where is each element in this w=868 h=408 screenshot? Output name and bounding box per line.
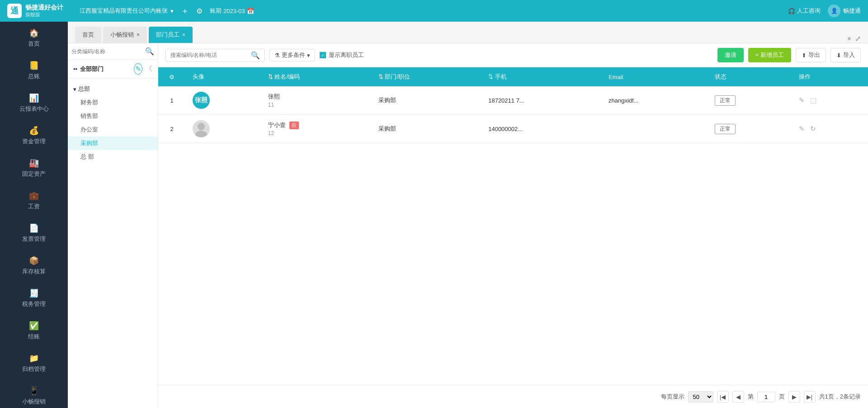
user-info[interactable]: 👤 畅捷通 bbox=[828, 5, 861, 17]
row2-dept: 采购部 bbox=[371, 115, 481, 143]
pagination-bar: 每页显示 50 100 200 |◀ ◀ 第 页 ▶ ▶| 共1页，2条记录 bbox=[158, 385, 868, 408]
tab-expense[interactable]: 小畅报销 × bbox=[103, 27, 147, 43]
sidebar-item-home[interactable]: 🏠 首页 bbox=[0, 22, 68, 54]
sidebar-item-funds[interactable]: 💰 资金管理 bbox=[0, 119, 68, 152]
col-name-code[interactable]: ⇅ 姓名/编码 bbox=[261, 67, 371, 86]
export-button[interactable]: ⬆ 导出 bbox=[796, 48, 826, 62]
salary-icon: 💼 bbox=[29, 191, 39, 201]
add-button[interactable]: ＋ bbox=[181, 5, 189, 16]
col-settings[interactable]: ⚙ bbox=[158, 67, 185, 86]
next-page-button[interactable]: ▶ bbox=[788, 391, 800, 403]
tab-department-close[interactable]: × bbox=[182, 32, 185, 38]
funds-icon: 💰 bbox=[29, 126, 39, 136]
tab-department[interactable]: 部门员工 × bbox=[149, 27, 193, 43]
row1-index: 1 bbox=[158, 86, 185, 115]
more-filter-button[interactable]: ⚗ 更多条件 ▾ bbox=[269, 49, 315, 61]
headset-icon: 🎧 bbox=[788, 8, 795, 14]
show-resigned-checkbox[interactable]: ✓ bbox=[320, 52, 326, 58]
sidebar-item-ledger[interactable]: 📒 总账 bbox=[0, 54, 68, 87]
prev-page-button[interactable]: ◀ bbox=[732, 391, 744, 403]
total-label: 共1页，2条记录 bbox=[819, 393, 861, 401]
col-phone[interactable]: ⇅ 手机 bbox=[481, 67, 601, 86]
dept-search-icon[interactable]: 🔍 bbox=[145, 47, 154, 56]
sidebar-item-salary[interactable]: 💼 工资 bbox=[0, 184, 68, 217]
company-selector[interactable]: 江西服宝精品有限责任公司内账张 ▾ bbox=[80, 7, 174, 15]
avatar-img-2 bbox=[193, 120, 210, 137]
logout-icon-1[interactable]: ⬚ bbox=[810, 96, 816, 104]
service-button[interactable]: 🎧 人工咨询 bbox=[788, 7, 821, 15]
sidebar-item-assets[interactable]: 🏭 固定资产 bbox=[0, 152, 68, 184]
last-page-button[interactable]: ▶| bbox=[804, 391, 816, 403]
action-icons-1: ✎ ⬚ bbox=[799, 96, 861, 104]
row1-phone: 18720211 7... bbox=[481, 86, 601, 115]
row2-status: 正常 bbox=[708, 115, 792, 143]
sidebar-item-reports[interactable]: 📊 云报表中心 bbox=[0, 87, 68, 119]
settlement-icon: ✅ bbox=[29, 321, 39, 331]
sidebar-item-tax[interactable]: 🧾 税务管理 bbox=[0, 282, 68, 314]
employee-search-icon[interactable]: 🔍 bbox=[251, 51, 260, 60]
employee-search-box[interactable]: 🔍 bbox=[165, 49, 265, 62]
add-employee-button[interactable]: + 新增员工 bbox=[748, 48, 791, 62]
user-avatar: 👤 bbox=[828, 5, 840, 17]
period-label: 账期 bbox=[210, 7, 222, 15]
import-button[interactable]: ⬇ 导入 bbox=[830, 48, 861, 62]
window-close-icon[interactable]: × bbox=[847, 35, 851, 43]
dept-item-office[interactable]: 办公室 bbox=[68, 123, 158, 136]
sidebar-item-archive[interactable]: 📁 归档管理 bbox=[0, 347, 68, 380]
refresh-icon-2[interactable]: ↻ bbox=[810, 125, 816, 133]
dept-item-sales[interactable]: 销售部 bbox=[68, 109, 158, 123]
row2-actions: ✎ ↻ bbox=[792, 115, 868, 143]
show-resigned-label: 显示离职员工 bbox=[329, 51, 364, 59]
show-resigned-toggle[interactable]: ✓ 显示离职员工 bbox=[320, 51, 364, 59]
invoice-icon: 📄 bbox=[29, 223, 39, 233]
dept-group-headquarter: ▾ 总部 财务部 销售部 办公室 采购部 总 部 bbox=[68, 80, 158, 165]
header-center: ＋ ⚙ 账期 2023-03 📅 bbox=[181, 5, 254, 16]
edit-icon-2[interactable]: ✎ bbox=[799, 125, 805, 133]
dept-search-box[interactable]: 🔍 bbox=[68, 43, 158, 60]
settings-icon[interactable]: ⚙ bbox=[196, 7, 203, 15]
dept-search-input[interactable] bbox=[71, 48, 143, 55]
per-page-select[interactable]: 50 100 200 bbox=[688, 391, 713, 403]
dept-tree: ▾ 总部 财务部 销售部 办公室 采购部 总 部 bbox=[68, 79, 158, 408]
row1-actions: ✎ ⬚ bbox=[792, 86, 868, 115]
sidebar-item-settlement[interactable]: ✅ 结账 bbox=[0, 314, 68, 347]
invite-button[interactable]: 邀请 bbox=[717, 48, 744, 62]
all-dept-label-area[interactable]: ▪▪ 全部部门 bbox=[73, 65, 104, 73]
col-status: 状态 bbox=[708, 67, 792, 86]
sidebar-item-invoice[interactable]: 📄 发票管理 bbox=[0, 217, 68, 249]
name-1: 张熙 bbox=[268, 93, 364, 101]
row2-index: 2 bbox=[158, 115, 185, 143]
first-page-button[interactable]: |◀ bbox=[717, 391, 729, 403]
tab-expense-close[interactable]: × bbox=[137, 32, 140, 38]
employee-search-input[interactable] bbox=[170, 52, 248, 58]
company-dropdown-icon[interactable]: ▾ bbox=[170, 8, 174, 14]
page-number-input[interactable] bbox=[757, 392, 775, 402]
logo-text-group: 畅捷通好会计 旗舰版 bbox=[25, 4, 63, 18]
tab-home[interactable]: 首页 bbox=[75, 27, 101, 43]
name-code-1: 张熙 11 bbox=[268, 93, 364, 108]
ledger-icon: 📒 bbox=[29, 61, 39, 70]
sidebar-label-assets: 固定资产 bbox=[22, 170, 46, 178]
col-dept-role[interactable]: ⇅ 部门/职位 bbox=[371, 67, 481, 86]
dept-item-finance[interactable]: 财务部 bbox=[68, 96, 158, 109]
edit-dept-icon[interactable]: ✎ bbox=[134, 63, 142, 75]
row1-email: zhangxidf... bbox=[601, 86, 708, 115]
collapse-icon[interactable]: 《 bbox=[145, 64, 152, 74]
edit-icon-1[interactable]: ✎ bbox=[799, 96, 805, 104]
window-expand-icon[interactable]: ⤢ bbox=[855, 34, 861, 43]
tax-icon: 🧾 bbox=[29, 288, 39, 298]
col-settings-icon[interactable]: ⚙ bbox=[169, 74, 175, 80]
right-panel: 🔍 ⚗ 更多条件 ▾ ✓ 显示离职员工 邀请 + 新增员工 bbox=[158, 43, 868, 408]
header-right: 🎧 人工咨询 👤 畅捷通 bbox=[788, 5, 861, 17]
dept-group-label-headquarter[interactable]: ▾ 总部 bbox=[68, 82, 158, 96]
all-dept-header[interactable]: ▪▪ 全部部门 ✎ 《 bbox=[68, 60, 158, 79]
calendar-icon[interactable]: 📅 bbox=[247, 8, 254, 14]
col-avatar: 头像 bbox=[185, 67, 261, 86]
sidebar-item-inventory[interactable]: 📦 库存核算 bbox=[0, 249, 68, 282]
main-layout: 🏠 首页 📒 总账 📊 云报表中心 💰 资金管理 🏭 固定资产 💼 工资 📄 发… bbox=[0, 22, 868, 408]
sidebar-label-invoice: 发票管理 bbox=[22, 235, 46, 243]
dept-item-general-hq[interactable]: 总 部 bbox=[68, 150, 158, 164]
dept-item-procurement[interactable]: 采购部 bbox=[68, 136, 158, 150]
sidebar-label-archive: 归档管理 bbox=[22, 365, 46, 373]
sidebar-item-expense[interactable]: 📱 小畅报销 bbox=[0, 380, 68, 408]
